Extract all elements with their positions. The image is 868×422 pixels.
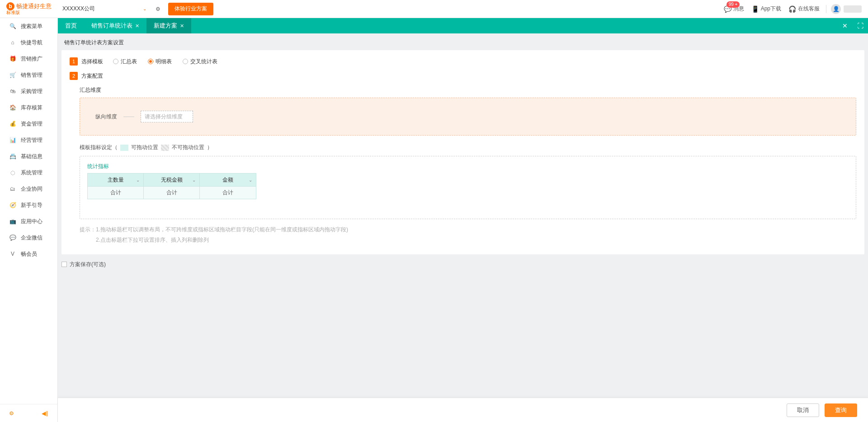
settings-gear-button[interactable]: ⚙ [152, 3, 164, 15]
divider [826, 5, 826, 13]
company-name: XXXXXX公司 [62, 5, 95, 13]
online-service-link[interactable]: 🎧 在线客服 [788, 5, 820, 13]
experience-button[interactable]: 体验行业方案 [168, 3, 213, 15]
user-icon: 👤 [833, 6, 840, 12]
gear-icon: ⚙ [156, 6, 160, 12]
messages-badge: 99 + [726, 1, 740, 8]
user-name-placeholder[interactable] [844, 5, 862, 13]
headset-icon: 🎧 [788, 5, 796, 13]
messages-link[interactable]: 99 + 💬 消息 [724, 5, 744, 13]
logo[interactable]: b 畅捷通好生意 标准版 [6, 2, 57, 16]
mobile-icon: 📱 [751, 5, 759, 13]
top-bar: b 畅捷通好生意 标准版 XXXXXX公司 ⌄ ⚙ 体验行业方案 99 + 💬 … [0, 0, 868, 18]
app-download-label: App下载 [761, 5, 781, 13]
logo-subtitle: 标准版 [6, 9, 20, 16]
user-avatar[interactable]: 👤 [831, 4, 841, 14]
logo-text: 畅捷通好生意 [16, 2, 52, 10]
online-service-label: 在线客服 [798, 5, 820, 13]
app-download-link[interactable]: 📱 App下载 [751, 5, 781, 13]
company-select[interactable]: XXXXXX公司 ⌄ [59, 3, 149, 15]
chevron-down-icon: ⌄ [143, 6, 146, 11]
